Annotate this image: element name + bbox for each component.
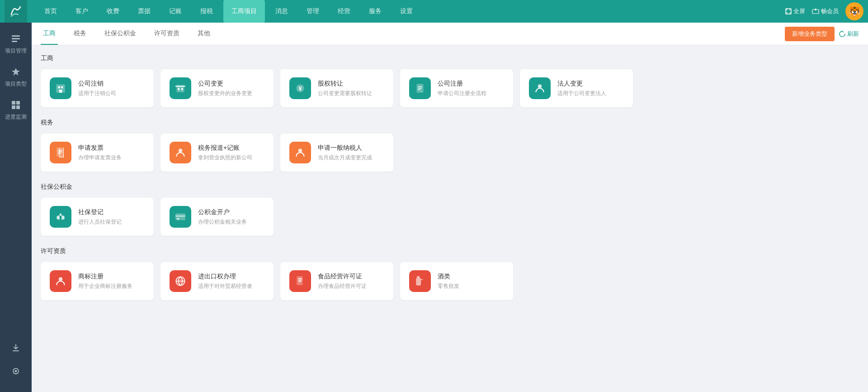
nav-item-收费[interactable]: 收费 xyxy=(99,0,127,23)
section-社保公积金: 社保公积金社保登记进行人员社保登记公积金开户办理公积金相关业务 xyxy=(41,183,859,236)
svg-rect-43 xyxy=(421,279,423,280)
card-icon xyxy=(170,142,191,163)
card-info: 法人变更适用于公司变更法人 xyxy=(557,80,624,97)
add-business-type-button[interactable]: 新增业务类型 xyxy=(785,27,835,41)
card-公司注册[interactable]: 公司注册申请公司注册全流程 xyxy=(400,69,513,107)
card-法人变更[interactable]: 法人变更适用于公司变更法人 xyxy=(520,69,633,107)
tab-许可资质[interactable]: 许可资质 xyxy=(152,23,182,45)
svg-rect-11 xyxy=(13,350,19,351)
card-icon xyxy=(50,142,71,163)
sidebar-item-project-management[interactable]: 项目管理 xyxy=(0,27,32,60)
nav-item-管理[interactable]: 管理 xyxy=(298,0,327,23)
sidebar-label-project-type: 项目类型 xyxy=(5,80,27,88)
card-name: 商标注册 xyxy=(78,272,145,281)
card-desc: 适用于公司变更法人 xyxy=(557,90,624,97)
card-酒类[interactable]: 酒类零售批发 xyxy=(400,262,513,300)
cards-grid: 社保登记进行人员社保登记公积金开户办理公积金相关业务 xyxy=(41,198,859,236)
svg-rect-3 xyxy=(12,35,20,37)
card-desc: 公司变更需要股权转让 xyxy=(318,90,384,97)
svg-point-33 xyxy=(298,148,302,153)
sidebar-label-project-management: 项目管理 xyxy=(5,47,27,55)
nav-item-客户[interactable]: 客户 xyxy=(67,0,96,23)
sidebar-item-download[interactable] xyxy=(0,336,32,359)
top-nav: 首页客户收费票据记账报税工商项目消息管理经营服务设置 全屏 畅会员 🐯 xyxy=(0,0,868,23)
fullscreen-label: 全屏 xyxy=(793,7,805,15)
svg-marker-6 xyxy=(12,68,20,76)
nav-item-设置[interactable]: 设置 xyxy=(392,0,421,23)
nav-item-票据[interactable]: 票据 xyxy=(130,0,159,23)
svg-point-32 xyxy=(179,148,183,153)
tab-bar: 工商税务社保公积金许可资质其他 新增业务类型 刷新 xyxy=(32,23,868,45)
card-icon xyxy=(50,270,71,292)
card-食品经营许可证[interactable]: 食品经营许可证办理食品经营许可证 xyxy=(280,262,393,300)
svg-rect-25 xyxy=(418,88,422,89)
tab-税务[interactable]: 税务 xyxy=(71,23,89,45)
card-desc: 办理申请发票业务 xyxy=(78,154,145,162)
card-name: 社保登记 xyxy=(78,208,145,216)
tab-社保公积金[interactable]: 社保公积金 xyxy=(102,23,138,45)
svg-rect-8 xyxy=(16,101,20,105)
download-icon xyxy=(9,341,22,354)
svg-rect-19 xyxy=(178,88,179,90)
top-nav-right: 全屏 畅会员 🐯 xyxy=(785,2,863,20)
card-info: 公积金开户办理公积金相关业务 xyxy=(198,208,264,226)
card-股权转让[interactable]: ¥股权转让公司变更需要股权转让 xyxy=(280,69,393,107)
nav-item-首页[interactable]: 首页 xyxy=(36,0,65,23)
svg-rect-10 xyxy=(16,105,20,109)
card-税务报道+记账[interactable]: 税务报道+记账拿到营业执照的新公司 xyxy=(160,134,274,172)
card-进出口权办理[interactable]: 进出口权办理适用于对外贸易经营者 xyxy=(160,262,274,300)
card-name: 税务报道+记账 xyxy=(198,144,264,152)
card-info: 酒类零售批发 xyxy=(438,272,504,290)
card-icon xyxy=(409,77,431,99)
nav-item-报税[interactable]: 报税 xyxy=(192,0,221,23)
cards-grid: 公司注销适用于注销公司公司变更股权变更外的业务变更¥股权转让公司变更需要股权转让… xyxy=(41,69,859,107)
nav-item-消息[interactable]: 消息 xyxy=(267,0,296,23)
svg-rect-5 xyxy=(12,41,17,42)
card-icon xyxy=(50,77,71,99)
sidebar-item-progress-monitor[interactable]: 进度监测 xyxy=(0,93,32,126)
card-info: 申请发票办理申请发票业务 xyxy=(78,144,145,162)
tab-其他[interactable]: 其他 xyxy=(195,23,212,45)
scroll-content[interactable]: 工商公司注销适用于注销公司公司变更股权变更外的业务变更¥股权转让公司变更需要股权… xyxy=(32,45,868,392)
settings-icon xyxy=(9,365,22,378)
svg-rect-24 xyxy=(418,86,422,87)
logo xyxy=(5,0,27,23)
card-icon xyxy=(409,270,431,292)
nav-item-记账[interactable]: 记账 xyxy=(161,0,190,23)
nav-item-工商项目[interactable]: 工商项目 xyxy=(223,0,265,23)
nav-item-经营[interactable]: 经营 xyxy=(330,0,359,23)
sidebar-item-settings[interactable] xyxy=(0,359,32,383)
fullscreen-button[interactable]: 全屏 xyxy=(785,7,805,15)
sidebar-item-project-type[interactable]: 项目类型 xyxy=(0,60,32,93)
section-工商: 工商公司注销适用于注销公司公司变更股权变更外的业务变更¥股权转让公司变更需要股权… xyxy=(41,54,859,107)
section-title: 许可资质 xyxy=(41,247,859,255)
svg-rect-31 xyxy=(58,153,61,154)
vip-button[interactable]: 畅会员 xyxy=(812,7,839,15)
svg-rect-40 xyxy=(297,276,302,285)
card-icon xyxy=(529,77,551,99)
section-title: 社保公积金 xyxy=(41,183,859,191)
svg-rect-16 xyxy=(61,86,63,88)
tab-工商[interactable]: 工商 xyxy=(41,23,58,45)
sidebar-label-progress-monitor: 进度监测 xyxy=(5,113,27,121)
card-社保登记[interactable]: 社保登记进行人员社保登记 xyxy=(41,198,154,236)
card-公司变更[interactable]: 公司变更股权变更外的业务变更 xyxy=(160,69,274,107)
card-info: 社保登记进行人员社保登记 xyxy=(78,208,145,226)
top-nav-items: 首页客户收费票据记账报税工商项目消息管理经营服务设置 xyxy=(27,0,785,23)
card-desc: 拿到营业执照的新公司 xyxy=(198,154,264,162)
refresh-button[interactable]: 刷新 xyxy=(839,30,859,38)
card-icon xyxy=(50,206,71,228)
card-info: 进出口权办理适用于对外贸易经营者 xyxy=(198,272,264,290)
svg-rect-26 xyxy=(418,89,420,90)
card-公司注销[interactable]: 公司注销适用于注销公司 xyxy=(41,69,154,107)
nav-item-服务[interactable]: 服务 xyxy=(361,0,390,23)
card-商标注册[interactable]: 商标注册用于企业商标注册服务 xyxy=(41,262,154,300)
svg-rect-0 xyxy=(786,9,791,14)
card-申请一般纳税人[interactable]: 申请一般纳税人当月或次月成变更完成 xyxy=(280,134,393,172)
card-desc: 办理食品经营许可证 xyxy=(318,282,384,290)
card-公积金开户[interactable]: 公积金开户办理公积金相关业务 xyxy=(160,198,274,236)
card-申请发票[interactable]: 申请发票办理申请发票业务 xyxy=(41,134,154,172)
card-desc: 适用于对外贸易经营者 xyxy=(198,282,264,290)
svg-rect-17 xyxy=(59,90,62,93)
card-icon: ¥ xyxy=(289,77,311,99)
